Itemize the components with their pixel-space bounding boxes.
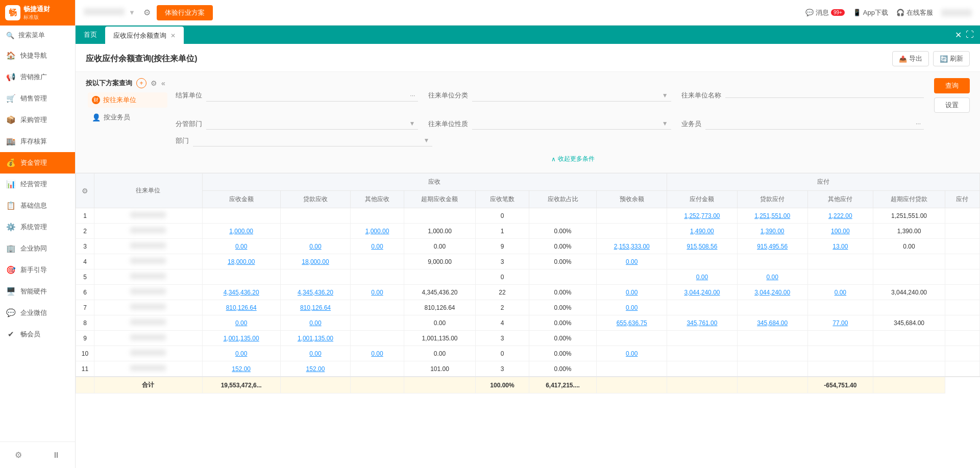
cell-link[interactable]: 0.00: [235, 350, 247, 357]
tab-home[interactable]: 首页: [76, 26, 105, 44]
cell-link[interactable]: 915,508.56: [687, 243, 717, 250]
partner-name-input[interactable]: [725, 93, 924, 98]
cell-link[interactable]: 0.00: [626, 304, 638, 311]
cell-link[interactable]: 0.00: [309, 319, 321, 327]
cell-link[interactable]: 1,390.00: [761, 228, 785, 235]
partner-category-select[interactable]: ▼: [472, 90, 671, 102]
cell-link[interactable]: 152.00: [232, 365, 251, 373]
scheme-by-staff[interactable]: 👤 按业务员: [88, 110, 167, 125]
cell-link[interactable]: 4,345,436.20: [224, 289, 259, 296]
filter-add-btn[interactable]: +: [136, 78, 146, 88]
set-btn[interactable]: 设置: [934, 97, 970, 113]
cell-link[interactable]: 1,000.00: [229, 228, 253, 235]
cell-link[interactable]: 810,126.64: [300, 304, 331, 311]
cell-link[interactable]: 18,000.00: [302, 258, 329, 265]
cell-link[interactable]: 0.00: [235, 243, 247, 250]
basicinfo-icon: 📋: [6, 201, 15, 210]
query-btn[interactable]: 查询: [934, 78, 970, 93]
cell-link[interactable]: 345,684.00: [757, 319, 788, 327]
cell-link[interactable]: 0.00: [309, 243, 321, 250]
sidebar-item-purchase[interactable]: 📦 采购管理: [0, 109, 75, 131]
tab-close-icon[interactable]: ✕: [170, 32, 176, 39]
sidebar-settings-btn[interactable]: ⚙: [11, 446, 26, 464]
hardware-icon: 🖥️: [6, 287, 15, 296]
filter-settings-icon[interactable]: ⚙: [151, 79, 157, 87]
cell-link[interactable]: 3,044,240.00: [684, 289, 720, 296]
cell-link[interactable]: 1,490.00: [690, 228, 714, 235]
sidebar-item-hardware[interactable]: 🖥️ 智能硬件: [0, 281, 75, 302]
cell-link[interactable]: 0.00: [371, 350, 383, 357]
cell-link[interactable]: 1,251,551.00: [754, 212, 790, 219]
dept-label: 部门: [176, 136, 189, 145]
message-btn[interactable]: 💬 消息 99+: [805, 8, 845, 17]
cell-link[interactable]: 18,000.00: [228, 258, 255, 265]
sidebar-item-marketing[interactable]: 📢 营销推广: [0, 66, 75, 88]
settlement-dots: ···: [410, 92, 415, 99]
cell-link[interactable]: 1,222.00: [828, 212, 852, 219]
window-close-icon[interactable]: ✕: [955, 30, 962, 40]
tab-arquery[interactable]: 应收应付余额查询 ✕: [105, 27, 184, 45]
cell-link[interactable]: 1,001,135.00: [298, 335, 333, 342]
collapse-btn[interactable]: ∧ 收起更多条件: [551, 152, 595, 166]
header-gear-icon[interactable]: ⚙: [143, 8, 151, 17]
salesperson-input[interactable]: ···: [705, 118, 924, 130]
cell-link[interactable]: 0.00: [835, 289, 846, 296]
cell-link[interactable]: 77.00: [832, 319, 848, 327]
cell-link[interactable]: 0.00: [696, 274, 708, 281]
sidebar-item-basicinfo[interactable]: 📋 基础信息: [0, 195, 75, 216]
cell-link[interactable]: 0.00: [626, 258, 638, 265]
cell-link[interactable]: 655,636.75: [617, 319, 647, 327]
export-btn[interactable]: 📤 导出: [892, 51, 929, 66]
sidebar-item-guide[interactable]: 🎯 新手引导: [0, 259, 75, 281]
sidebar-search[interactable]: 🔍 搜索菜单: [0, 26, 75, 45]
filter-collapse-icon[interactable]: «: [161, 79, 165, 87]
cell-link[interactable]: 1,001,135.00: [224, 335, 259, 342]
cell-link[interactable]: 3,044,240.00: [754, 289, 790, 296]
sidebar-item-member[interactable]: ✔ 畅会员: [0, 324, 75, 345]
row-ap-more: [945, 300, 979, 315]
row-ar-loan: 0.00: [280, 315, 351, 331]
sidebar-item-sales[interactable]: 🛒 销售管理: [0, 88, 75, 109]
table-settings-icon[interactable]: ⚙: [82, 187, 88, 195]
cell-link[interactable]: 0.00: [371, 289, 383, 296]
cell-link[interactable]: 0.00: [309, 350, 321, 357]
division-select[interactable]: ▼: [206, 118, 418, 130]
dept-select[interactable]: ▼: [193, 135, 432, 146]
cell-link[interactable]: 2,153,333.00: [614, 243, 650, 250]
sidebar-item-wechat[interactable]: 💬 企业微信: [0, 302, 75, 324]
settlement-input[interactable]: ···: [206, 90, 418, 102]
cell-link[interactable]: 810,126.64: [226, 304, 257, 311]
cell-link[interactable]: 13.00: [832, 243, 848, 250]
cell-link[interactable]: 915,495.56: [757, 243, 788, 250]
cell-link[interactable]: 0.00: [626, 289, 638, 296]
sidebar-collapse-btn[interactable]: ⏸: [48, 447, 64, 464]
sidebar-item-quicknav[interactable]: 🏠 快捷导航: [0, 45, 75, 66]
cell-link[interactable]: 100.00: [831, 228, 850, 235]
cell-link[interactable]: 152.00: [306, 365, 325, 373]
app-download-btn[interactable]: 📱 App下载: [853, 8, 888, 17]
partner-nature-select[interactable]: ▼: [472, 118, 671, 130]
window-expand-icon[interactable]: ⛶: [966, 30, 974, 39]
row-ar-overdue: 1,001,135.00: [404, 331, 476, 346]
row-ar-amount: 1,001,135.00: [202, 331, 280, 346]
sidebar-item-inventory[interactable]: 🏬 库存核算: [0, 131, 75, 152]
cell-link[interactable]: 4,345,436.20: [298, 289, 333, 296]
scheme-by-partner[interactable]: 财 按往来单位: [88, 92, 167, 108]
cell-link[interactable]: 1,252,773.00: [684, 212, 720, 219]
refresh-btn[interactable]: 🔄 刷新: [933, 51, 970, 66]
cell-link[interactable]: 0.00: [767, 274, 778, 281]
cell-link[interactable]: 0.00: [626, 350, 638, 357]
cell-link[interactable]: 1,000.00: [365, 228, 389, 235]
sidebar-item-finance[interactable]: 💰 资金管理: [0, 152, 75, 174]
user-avatar[interactable]: [941, 9, 972, 16]
solution-btn[interactable]: 体验行业方案: [157, 5, 213, 20]
table-row: 2 1,000.00 1,000.00 1,000.00 1 0.00% 1,4…: [76, 224, 980, 239]
cell-link[interactable]: 345,761.00: [687, 319, 717, 327]
sidebar-item-operations[interactable]: 📊 经营管理: [0, 174, 75, 195]
cell-link[interactable]: 0.00: [235, 319, 247, 327]
online-service-btn[interactable]: 🎧 在线客服: [896, 8, 933, 17]
row-ar-overdue: 9,000.00: [404, 254, 476, 269]
sidebar-item-sysadmin[interactable]: ⚙️ 系统管理: [0, 216, 75, 238]
sidebar-item-enterprise[interactable]: 🏢 企业协同: [0, 238, 75, 259]
cell-link[interactable]: 0.00: [371, 243, 383, 250]
